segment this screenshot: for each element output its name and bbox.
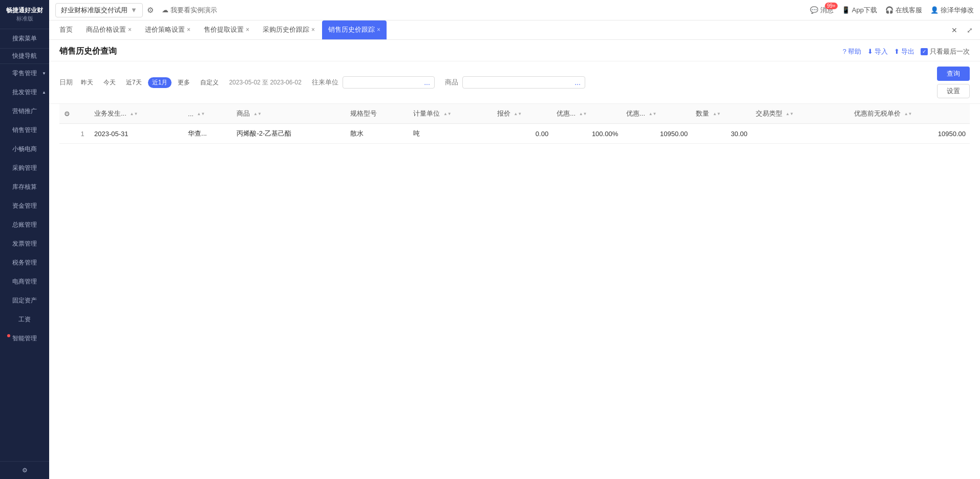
- topbar-right: 💬 消息 99+ 📱 App下载 🎧 在线客服 👤 徐泽华修改: [810, 6, 974, 15]
- tab-purchase-strategy-close[interactable]: ×: [187, 26, 190, 33]
- sidebar-item-marketing[interactable]: 营销推广: [0, 102, 49, 121]
- page-header-actions: ? 帮助 ⬇ 导入 ⬆ 导出 ✓ 只看最后一次: [843, 47, 970, 56]
- export-link[interactable]: ⬆ 导出: [894, 47, 914, 56]
- sidebar-item-assets-label: 固定资产: [12, 296, 37, 305]
- sidebar-item-tax[interactable]: 税务管理: [0, 253, 49, 272]
- only-last-checkbox-label[interactable]: ✓ 只看最后一次: [921, 47, 970, 56]
- col-qty[interactable]: 数量 ▲▼: [692, 104, 751, 124]
- help-link[interactable]: ? 帮助: [843, 47, 861, 56]
- topbar-demo[interactable]: ☁ 我要看实例演示: [162, 6, 217, 15]
- demo-label: 我要看实例演示: [171, 6, 217, 15]
- sidebar-item-sales[interactable]: 销售管理: [0, 121, 49, 140]
- tab-sales-history[interactable]: 销售历史价跟踪 ×: [322, 20, 387, 39]
- product-filter-label: 商品: [445, 78, 458, 87]
- message-icon: 💬: [810, 6, 818, 14]
- date-opt-today[interactable]: 今天: [99, 77, 120, 88]
- tab-price-setting[interactable]: 商品价格设置 ×: [80, 20, 138, 39]
- sidebar-item-purchase[interactable]: 采购管理: [0, 159, 49, 178]
- col-product[interactable]: 商品 ▲▼: [232, 104, 346, 124]
- tab-close-window[interactable]: ✕: [948, 24, 961, 36]
- table-row: 1 2023-05-31 华查... 丙烯酸-2-乙基己酯 散水 吨 0.00 …: [59, 124, 970, 144]
- tab-home[interactable]: 首页: [53, 20, 79, 39]
- tab-sale-price[interactable]: 售价提取设置 ×: [198, 20, 255, 39]
- date-options: 昨天 今天 近7天 近1月 更多 自定义: [77, 77, 223, 88]
- col-date[interactable]: 业务发生... ▲▼: [90, 104, 184, 124]
- sidebar-item-wholesale[interactable]: 批发管理: [0, 83, 49, 102]
- sidebar-item-wholesale-label: 批发管理: [12, 88, 37, 97]
- tab-purchase-history-label: 采购历史价跟踪: [263, 25, 309, 34]
- col-unit[interactable]: 计量单位 ▲▼: [409, 104, 493, 124]
- col-more[interactable]: ... ▲▼: [184, 104, 232, 124]
- sidebar-item-smart-label: 智能管理: [12, 334, 37, 343]
- date-opt-custom[interactable]: 自定义: [196, 77, 223, 88]
- tab-purchase-strategy[interactable]: 进价策略设置 ×: [139, 20, 197, 39]
- only-last-checkbox[interactable]: ✓: [921, 48, 928, 55]
- sidebar-search[interactable]: 搜索菜单: [0, 29, 49, 49]
- col-pretax-price-label: 优惠前无税单价: [854, 110, 901, 117]
- date-opt-last7[interactable]: 近7天: [122, 77, 146, 88]
- topbar-settings-icon[interactable]: ⚙: [147, 6, 154, 15]
- col-product-sort-icon: ▲▼: [253, 112, 262, 116]
- query-button[interactable]: 查询: [937, 67, 970, 81]
- sidebar-item-smart[interactable]: 智能管理: [0, 329, 49, 348]
- sidebar-item-sales-label: 销售管理: [12, 126, 37, 135]
- table-wrap: ⚙ 业务发生... ▲▼ ... ▲▼ 商品 ▲▼: [49, 104, 980, 152]
- product-input[interactable]: ...: [462, 76, 585, 89]
- sidebar-item-ecommerce-small[interactable]: 小畅电商: [0, 140, 49, 159]
- sidebar-item-inventory[interactable]: 库存核算: [0, 178, 49, 197]
- sidebar-item-ecommerce[interactable]: 电商管理: [0, 272, 49, 291]
- product-ellipsis[interactable]: ...: [574, 78, 581, 86]
- tab-maximize-window[interactable]: ⤢: [964, 24, 976, 36]
- date-opt-more[interactable]: 更多: [174, 77, 194, 88]
- topbar-online-service[interactable]: 🎧 在线客服: [885, 6, 922, 15]
- sidebar-item-retail[interactable]: 零售管理: [0, 64, 49, 83]
- product-selector[interactable]: 好业财标准版交付试用 ▼: [55, 3, 143, 17]
- settings-button[interactable]: 设置: [937, 84, 970, 98]
- col-trade-type-label: 交易类型: [756, 110, 782, 117]
- main-area: 好业财标准版交付试用 ▼ ⚙ ☁ 我要看实例演示 💬 消息 99+ 📱 App下…: [49, 0, 980, 479]
- date-opt-last1m[interactable]: 近1月: [148, 77, 172, 88]
- col-price[interactable]: 报价 ▲▼: [493, 104, 552, 124]
- source-unit-ellipsis[interactable]: ...: [424, 78, 430, 86]
- online-service-icon: 🎧: [885, 6, 893, 14]
- col-discount-amt[interactable]: 优惠... ▲▼: [622, 104, 692, 124]
- col-discount-amt-sort-icon: ▲▼: [649, 112, 657, 116]
- tab-purchase-history[interactable]: 采购历史价跟踪 ×: [257, 20, 321, 39]
- row-unit: 吨: [409, 124, 493, 144]
- product-selector-label: 好业财标准版交付试用: [61, 6, 127, 15]
- import-link[interactable]: ⬇ 导入: [867, 47, 888, 56]
- topbar-user[interactable]: 👤 徐泽华修改: [930, 6, 974, 15]
- row-qty: 30.00: [692, 124, 751, 144]
- sidebar-item-payroll[interactable]: 工资: [0, 310, 49, 329]
- tab-sale-price-close[interactable]: ×: [246, 26, 249, 33]
- tab-purchase-history-close[interactable]: ×: [311, 26, 315, 33]
- product-selector-arrow-icon: ▼: [131, 6, 137, 14]
- sidebar-logo: 畅捷通好业财 标准版: [0, 0, 49, 29]
- smart-dot: [7, 334, 10, 337]
- date-opt-yesterday[interactable]: 昨天: [77, 77, 97, 88]
- tab-sales-history-close[interactable]: ×: [377, 26, 380, 33]
- col-discount-pct[interactable]: 优惠... ▲▼: [552, 104, 622, 124]
- row-trade-type: [752, 124, 835, 144]
- col-more-sort-icon: ▲▼: [197, 112, 205, 116]
- col-qty-label: 数量: [696, 110, 709, 117]
- topbar-app-download[interactable]: 📱 App下载: [842, 6, 877, 15]
- sidebar-item-invoice[interactable]: 发票管理: [0, 234, 49, 253]
- col-trade-type[interactable]: 交易类型 ▲▼: [752, 104, 835, 124]
- message-badge: 99+: [825, 3, 838, 9]
- source-unit-input[interactable]: ...: [343, 76, 435, 89]
- sidebar-item-assets[interactable]: 固定资产: [0, 291, 49, 310]
- page-header: 销售历史价查询 ? 帮助 ⬇ 导入 ⬆ 导出 ✓ 只看最后一次: [49, 40, 980, 61]
- sidebar-item-finance-label: 资金管理: [12, 202, 37, 210]
- sidebar-nav[interactable]: 快捷导航: [0, 49, 49, 64]
- col-pretax-price-sort-icon: ▲▼: [904, 112, 912, 116]
- col-pretax-price[interactable]: 优惠前无税单价 ▲▼: [850, 104, 970, 124]
- sidebar-item-accounting[interactable]: 总账管理: [0, 215, 49, 234]
- table-gear-icon[interactable]: ⚙: [64, 110, 70, 118]
- sidebar-item-payroll-label: 工资: [18, 315, 31, 324]
- topbar-message[interactable]: 💬 消息 99+: [810, 6, 834, 15]
- tab-price-setting-close[interactable]: ×: [128, 26, 132, 33]
- row-pretax-price: 10950.00: [850, 124, 970, 144]
- sidebar-item-finance[interactable]: 资金管理: [0, 197, 49, 215]
- sidebar-settings[interactable]: ⚙: [0, 461, 49, 479]
